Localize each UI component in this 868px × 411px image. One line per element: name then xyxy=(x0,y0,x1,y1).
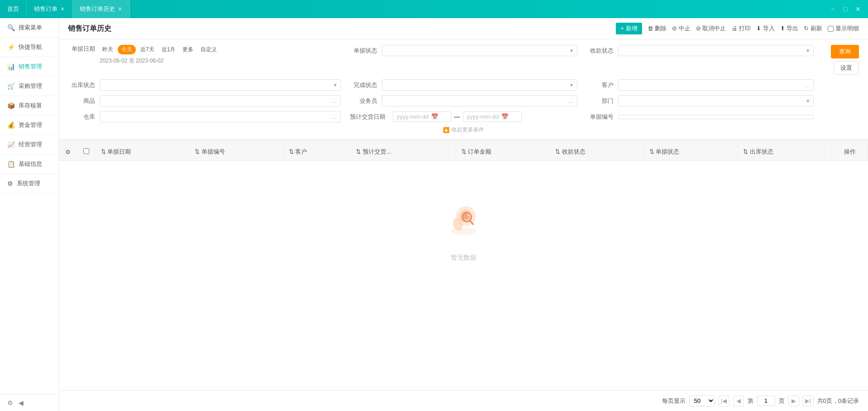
page-suffix: 页 xyxy=(779,397,785,405)
sidebar-item-business[interactable]: 📈 经营管理 xyxy=(0,135,58,155)
outbound-select[interactable]: ▾ xyxy=(100,79,341,91)
dept-label: 部门 xyxy=(586,97,618,105)
tab-sales-order[interactable]: 销售订单 ✕ xyxy=(27,0,72,18)
display-toggle-checkbox[interactable] xyxy=(828,26,834,32)
set-button[interactable]: 设置 xyxy=(834,61,859,75)
import-button[interactable]: ⬇ 导入 xyxy=(756,24,775,33)
warehouse-label: 仓库 xyxy=(68,113,100,121)
cal-icon-start: 📅 xyxy=(431,113,438,120)
product-more[interactable]: ... xyxy=(332,97,337,104)
page-title: 销售订单历史 xyxy=(68,24,111,34)
th-check[interactable] xyxy=(77,143,95,161)
th-receipt[interactable]: ⇅ 收款状态 xyxy=(550,143,644,161)
date-label: 单据日期 xyxy=(68,45,100,53)
delete-button[interactable]: 🗑 删除 xyxy=(647,24,667,33)
date-btn-more[interactable]: 更多 xyxy=(180,45,196,54)
customer-more[interactable]: ... xyxy=(805,82,810,88)
product-input[interactable]: ... xyxy=(100,95,341,106)
th-status[interactable]: ⇅ 单据状态 xyxy=(643,143,738,161)
sidebar-item-finance[interactable]: 💰 资金管理 xyxy=(0,116,58,135)
sidebar-item-search-label: 搜索菜单 xyxy=(19,24,42,32)
refresh-button[interactable]: ↻ 刷新 xyxy=(804,24,822,33)
outbound-label: 出库状态 xyxy=(68,81,100,89)
display-toggle-label: 显示明细 xyxy=(835,24,859,33)
sidebar-item-sales[interactable]: 📊 销售管理 xyxy=(0,57,58,77)
status-select[interactable]: ▾ xyxy=(382,45,577,56)
business-icon: 📈 xyxy=(7,141,15,148)
date-btn-custom[interactable]: 自定义 xyxy=(198,45,220,54)
sidebar-item-purchase[interactable]: 🛒 采购管理 xyxy=(0,77,58,96)
page-nav-next[interactable]: ▶ xyxy=(788,396,799,406)
sidebar-bottom: ⚙ ◀ xyxy=(0,394,58,411)
th-no[interactable]: ⇅ 单据编号 xyxy=(189,143,283,161)
export-button[interactable]: ⬆ 导出 xyxy=(780,24,799,33)
query-area: 查询 设置 xyxy=(823,45,859,75)
inventory-icon: 📦 xyxy=(7,102,15,109)
date-btn-7days[interactable]: 近7天 xyxy=(138,45,157,54)
customer-label: 客户 xyxy=(586,81,618,89)
filter-area: 单据日期 昨天 今天 近7天 近1月 更多 自定义 2023-06-02 至 2… xyxy=(59,39,868,140)
order-no-input[interactable] xyxy=(618,115,814,119)
sidebar-item-search[interactable]: 🔍 搜索菜单 xyxy=(0,18,58,38)
th-receipt-label: ⇅ 收款状态 xyxy=(555,148,585,155)
top-bar: 首页 销售订单 ✕ 销售订单历史 ✕ － □ ✕ xyxy=(0,0,868,18)
th-amount[interactable]: ⇅ 订单金额 xyxy=(456,143,550,161)
th-status-label: ⇅ 单据状态 xyxy=(649,148,680,155)
basic-icon: 📋 xyxy=(7,160,15,168)
page-nav-first[interactable]: |◀ xyxy=(719,396,729,406)
sidebar-item-inventory[interactable]: 📦 库存核算 xyxy=(0,96,58,116)
dept-select[interactable]: ▾ xyxy=(618,95,814,106)
sidebar-item-basic[interactable]: 📋 基础信息 xyxy=(0,155,58,174)
collapse-bar[interactable]: 🔼 收起更多条件 xyxy=(68,124,859,134)
date-btn-1month[interactable]: 近1月 xyxy=(159,45,178,54)
tab-sales-order-close[interactable]: ✕ xyxy=(60,6,65,12)
th-customer[interactable]: ⇅ 客户 xyxy=(283,143,350,161)
maximize-btn[interactable]: □ xyxy=(841,5,850,14)
page-input[interactable] xyxy=(757,396,775,406)
complete-select[interactable]: ▾ xyxy=(382,79,577,91)
sidebar-item-nav[interactable]: ⚡ 快捷导航 xyxy=(0,38,58,57)
new-button[interactable]: + 新增 xyxy=(616,23,642,34)
close-btn[interactable]: ✕ xyxy=(854,5,863,14)
cancel-stop-button[interactable]: ⊘ 取消中止 xyxy=(696,24,726,33)
tab-sales-history[interactable]: 销售订单历史 ✕ xyxy=(72,0,130,18)
per-page-select[interactable]: 20 50 100 xyxy=(689,395,715,406)
content-area: 销售订单历史 + 新增 🗑 删除 ⊘ 中止 ⊘ 取消中止 🖨 打印 ⬇ 导入 ⬆… xyxy=(59,18,868,411)
query-button[interactable]: 查询 xyxy=(831,45,859,58)
th-no-label: ⇅ 单据编号 xyxy=(195,148,225,155)
salesperson-input[interactable]: ... xyxy=(382,95,577,106)
page-nav-last[interactable]: ▶| xyxy=(803,396,814,406)
delivery-end-text: yyyy-mm-dd xyxy=(467,113,499,120)
tab-sales-history-close[interactable]: ✕ xyxy=(118,6,122,12)
stop-button[interactable]: ⊘ 中止 xyxy=(672,24,691,33)
delivery-start-text: yyyy-mm-dd xyxy=(397,113,429,120)
date-btn-today[interactable]: 今天 xyxy=(118,45,136,54)
sidebar-item-system[interactable]: ⚙ 系统管理 xyxy=(0,174,58,193)
table-wrapper: ⚙ ⇅ 单据日期 ⇅ 单据编号 ⇅ 客户 xyxy=(59,143,868,390)
warehouse-input[interactable]: ... xyxy=(100,111,341,122)
complete-select-arrow: ▾ xyxy=(570,82,573,88)
select-all-checkbox[interactable] xyxy=(83,148,89,154)
tab-home[interactable]: 首页 xyxy=(0,0,27,18)
print-button[interactable]: 🖨 打印 xyxy=(732,24,751,33)
minimize-btn[interactable]: － xyxy=(828,5,837,14)
delivery-date-label: 预计交货日期 xyxy=(350,113,390,121)
th-settings[interactable]: ⚙ xyxy=(59,143,77,161)
data-table: ⚙ ⇅ 单据日期 ⇅ 单据编号 ⇅ 客户 xyxy=(59,143,868,161)
delivery-date-end[interactable]: yyyy-mm-dd 📅 xyxy=(463,111,522,122)
receipt-status-select[interactable]: ▾ xyxy=(618,45,814,56)
th-date[interactable]: ⇅ 单据日期 xyxy=(95,143,189,161)
salesperson-more[interactable]: ... xyxy=(568,97,573,104)
customer-input[interactable]: ... xyxy=(618,79,814,91)
page-nav-prev[interactable]: ◀ xyxy=(733,396,744,406)
sidebar-collapse-btn[interactable]: ◀ xyxy=(19,399,24,406)
th-delivery[interactable]: ⇅ 预计交货... xyxy=(350,143,456,161)
sidebar-settings-btn[interactable]: ⚙ xyxy=(7,399,13,406)
th-outbound[interactable]: ⇅ 出库状态 xyxy=(738,143,832,161)
empty-state: 暂无数据 xyxy=(59,161,868,298)
per-page-label: 每页显示 xyxy=(662,397,686,405)
page-header: 销售订单历史 + 新增 🗑 删除 ⊘ 中止 ⊘ 取消中止 🖨 打印 ⬇ 导入 ⬆… xyxy=(59,18,868,39)
date-btn-yesterday[interactable]: 昨天 xyxy=(100,45,116,54)
warehouse-more[interactable]: ... xyxy=(332,113,337,120)
delivery-date-start[interactable]: yyyy-mm-dd 📅 xyxy=(393,111,451,122)
